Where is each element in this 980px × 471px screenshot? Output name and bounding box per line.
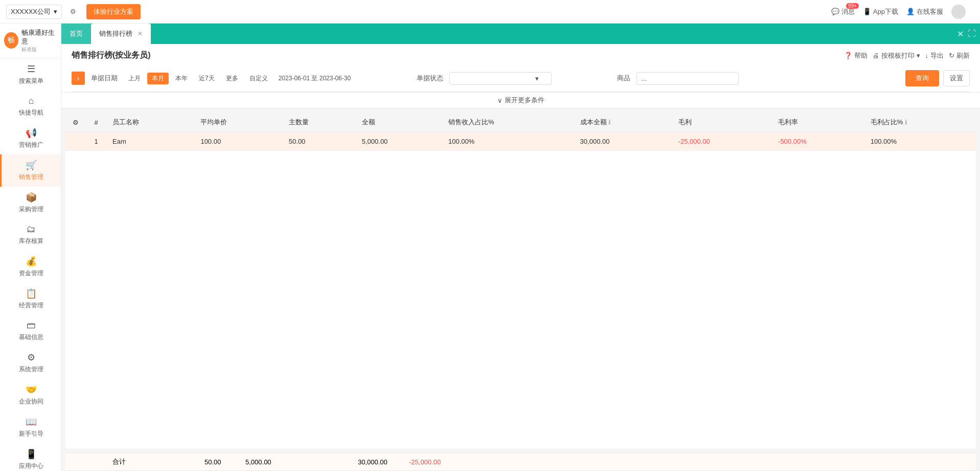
tab-bar-actions: ✕ ⛶ [957,29,980,39]
col-gross-pct-header: 毛利占比% ℹ [864,113,976,132]
row-amount: 5,000.00 [356,132,442,151]
app-download-button[interactable]: 📱 App下载 [863,7,898,16]
page-title-row: 销售排行榜(按业务员) ❓ 帮助 🖨 按模板打印 ▾ ↓ [72,50,970,65]
row-rank: 1 [86,132,106,151]
sidebar-item-new-guide[interactable]: 📖 新手引导 [0,411,61,443]
maximize-tab-button[interactable]: ⛶ [968,29,976,38]
template-print-button[interactable]: 🖨 按模板打印 ▾ [873,51,920,60]
goods-input[interactable]: ... [636,72,739,85]
message-badge: 99+ [846,3,859,9]
help-button[interactable]: ❓ 帮助 [844,51,868,60]
date-tab-last7days[interactable]: 近7天 [194,73,219,84]
marketing-icon: 📢 [26,127,37,139]
search-order-icon: ☰ [27,63,35,75]
sidebar-item-marketing[interactable]: 📢 营销推广 [0,122,61,154]
sidebar-item-search-order[interactable]: ☰ 搜索菜单 [0,58,61,91]
filter-expand-arrow[interactable]: › [72,72,85,85]
cost-help-icon[interactable]: ℹ [608,119,611,126]
basic-info-icon: 🗃 [27,320,36,331]
filter-row-1: › 单据日期 上月 本月 本年 近7天 更多 自定义 2023-06-01 至 … [72,70,970,86]
system-icon: ⚙ [27,352,35,363]
sidebar-item-sales[interactable]: 🛒 销售管理 [0,154,61,187]
company-name: XXXXXX公司 [11,7,51,16]
col-gross-rate-header: 毛利率 [772,113,864,132]
help-icon: ❓ [844,52,852,59]
top-right-area: 💬 消息 99+ 📱 App下载 👤 在线客服 [831,5,974,19]
date-tab-last-month[interactable]: 上月 [124,73,145,84]
export-button[interactable]: ↓ 导出 [925,51,944,60]
avatar[interactable] [951,5,966,19]
sidebar-item-app-center[interactable]: 📱 应用中心 [0,443,61,471]
settings-icon[interactable]: ⚙ [66,5,80,19]
ellipsis-icon: ... [641,75,647,82]
col-rank-header: # [86,113,106,132]
sidebar: 畅 畅康通好生意 标准版 ☰ 搜索菜单 ⌂ 快捷导航 📢 营销推广 🛒 销售管理… [0,24,61,471]
sidebar-item-inventory[interactable]: 🗂 库存核算 [0,219,61,251]
tab-home[interactable]: 首页 [61,24,91,44]
company-selector[interactable]: XXXXXX公司 ▾ [6,5,62,19]
layout: 畅 畅康通好生意 标准版 ☰ 搜索菜单 ⌂ 快捷导航 📢 营销推广 🛒 销售管理… [0,24,980,471]
gross-pct-help-icon[interactable]: ℹ [905,119,907,126]
date-tab-more[interactable]: 更多 [221,73,243,84]
filter-area: › 单据日期 上月 本月 本年 近7天 更多 自定义 2023-06-01 至 … [72,65,970,92]
main-area: 首页 销售排行榜 ✕ ✕ ⛶ 销售排行榜(按业务员) ❓ 帮助 [61,24,980,471]
enterprise-collab-icon: 🤝 [26,384,37,395]
download-icon: 📱 [863,8,871,15]
sidebar-item-enterprise-collab[interactable]: 🤝 企业协同 [0,379,61,411]
row-sales-pct: 100.00% [442,132,574,151]
footer-label: 合计 [106,457,157,466]
row-employee: Eam [106,132,194,151]
date-tab-custom[interactable]: 自定义 [245,73,272,84]
row-gross-pct: 100.00% [864,132,976,151]
logo-area: 畅 畅康通好生意 标准版 [0,24,61,58]
status-select[interactable]: ▾ [449,72,552,85]
inventory-icon: 🗂 [27,224,36,235]
print-chevron-icon: ▾ [917,52,920,59]
message-icon: 💬 [831,8,839,15]
arrow-right-icon: › [77,74,80,82]
sidebar-item-operations[interactable]: 📋 经营管理 [0,283,61,315]
messages-button[interactable]: 💬 消息 99+ [831,7,855,16]
expand-icon: ∨ [497,97,503,104]
table-row: 1 Eam 100.00 50.00 5,000.00 100.00% 30,0… [65,132,976,151]
online-service-button[interactable]: 👤 在线客服 [906,7,943,16]
query-button[interactable]: 查询 [905,70,939,86]
chevron-down-icon: ▾ [54,8,57,15]
tab-bar: 首页 销售排行榜 ✕ ✕ ⛶ [61,24,980,44]
close-tab-icon[interactable]: ✕ [138,30,143,37]
col-employee-header: 员工名称 [106,113,194,132]
row-main-qty: 50.00 [283,132,356,151]
quick-nav-icon: ⌂ [29,96,34,106]
filter-settings-button[interactable]: 设置 [943,70,970,86]
date-tab-current-month[interactable]: 本月 [147,73,169,84]
sidebar-item-quick-nav[interactable]: ⌂ 快捷导航 [0,91,61,122]
sidebar-item-purchase[interactable]: 📦 采购管理 [0,187,61,219]
sidebar-item-system[interactable]: ⚙ 系统管理 [0,347,61,379]
sidebar-item-funds[interactable]: 💰 资金管理 [0,251,61,283]
row-gross: -25,000.00 [672,132,772,151]
col-amount-header: 全额 [356,113,442,132]
table-header-row: ⚙ # 员工名称 平均单价 主数量 全额 销售收入占比% 成本全额 ℹ 毛利 毛… [65,113,976,132]
refresh-button[interactable]: ↻ 刷新 [949,51,970,60]
expand-more-button[interactable]: ∨ 展开更多条件 [497,96,544,105]
logo-icon: 畅 [4,32,18,49]
close-tab-button[interactable]: ✕ [957,29,964,39]
purchase-icon: 📦 [26,192,37,203]
page-content: 销售排行榜(按业务员) ❓ 帮助 🖨 按模板打印 ▾ ↓ [61,44,980,471]
date-tab-current-year[interactable]: 本年 [171,73,192,84]
col-settings-header[interactable]: ⚙ [65,113,86,132]
row-gross-rate: -500.00% [772,132,864,151]
col-gross-header: 毛利 [672,113,772,132]
top-bar: XXXXXX公司 ▾ ⚙ 体验行业方案 💬 消息 99+ 📱 App下载 👤 在… [0,0,980,24]
sidebar-item-basic-info[interactable]: 🗃 基础信息 [0,315,61,347]
new-guide-icon: 📖 [26,416,37,428]
date-filter-label: 单据日期 [91,74,118,83]
col-sales-pct-header: 销售收入占比% [442,113,574,132]
col-cost-header: 成本全额 ℹ [574,113,672,132]
table-container: ⚙ # 员工名称 平均单价 主数量 全额 销售收入占比% 成本全额 ℹ 毛利 毛… [65,113,976,448]
status-chevron-icon: ▾ [535,75,539,82]
date-range-display: 2023-06-01 至 2023-06-30 [279,74,351,83]
trial-button[interactable]: 体验行业方案 [86,4,141,19]
tab-sales-rank[interactable]: 销售排行榜 ✕ [91,24,151,44]
service-icon: 👤 [906,8,915,15]
